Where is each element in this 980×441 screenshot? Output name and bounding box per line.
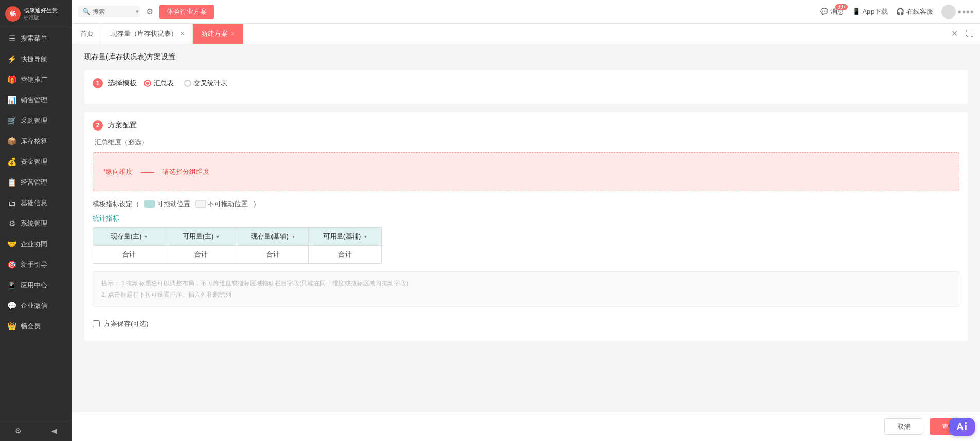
tab-inventory-status-label: 现存量（库存状况表） [111, 29, 177, 39]
sidebar-item-enterprise-wechat[interactable]: 💬 企业微信 [0, 296, 72, 316]
tab-home[interactable]: 首页 [72, 24, 102, 44]
topbar-gear-icon[interactable]: ⚙ [144, 5, 155, 19]
sidebar-item-member[interactable]: 👑 畅会员 [0, 316, 72, 337]
stats-col4-header[interactable]: 可用量(基辅) ▾ [309, 228, 381, 245]
sidebar-item-sales[interactable]: 📊 销售管理 [0, 90, 72, 111]
app-download-icon: 📱 [852, 8, 860, 15]
sidebar-item-finance[interactable]: 💰 资金管理 [0, 152, 72, 172]
user-avatar-area[interactable]: ●●●● [941, 5, 974, 19]
save-row: 方案保存(可选) [93, 315, 959, 333]
tab-new-plan[interactable]: 新建方案 × [193, 24, 243, 44]
step1-badge: 1 [93, 78, 103, 88]
app-download-button[interactable]: 📱 App下载 [852, 7, 887, 16]
stats-col1-label: 现存量(主) [111, 232, 142, 241]
enterprise-wechat-icon: 💬 [7, 301, 16, 310]
stats-col1-chevron-icon: ▾ [144, 234, 147, 240]
app-download-label: App下载 [862, 7, 887, 16]
avatar [941, 5, 956, 19]
topbar-search-chevron-icon[interactable]: ▾ [136, 8, 139, 15]
sidebar-item-label: 经营管理 [21, 178, 47, 187]
tip-line-2: 2. 点击标题栏下拉可设置排序、插入列和删除列 [101, 289, 951, 301]
stats-col2-header[interactable]: 可用量(主) ▾ [165, 228, 237, 245]
sidebar-item-inventory[interactable]: 📦 库存核算 [0, 131, 72, 152]
sidebar-item-label: 快捷导航 [21, 54, 47, 64]
sidebar-item-system[interactable]: ⚙ 系统管理 [0, 213, 72, 234]
step2-section: 2 方案配置 汇总维度（必选） *纵向维度 —— 请选择分组维度 模板指标设定（… [84, 112, 968, 341]
stats-body-row: 合计 合计 合计 合计 [93, 245, 381, 263]
tab-inventory-status[interactable]: 现存量（库存状况表） × [102, 24, 193, 44]
save-label: 方案保存(可选) [104, 319, 149, 328]
summary-dimension-label: 汇总维度（必选） [93, 138, 959, 147]
main-area: 🔍 ▾ ⚙ 体验行业方案 💬 消息 99+ 📱 App下载 🎧 在线客服 ● [72, 0, 980, 441]
step2-header: 2 方案配置 [93, 120, 959, 131]
enterprise-icon: 🤝 [7, 240, 16, 249]
sidebar-collapse-button[interactable]: ◀ [47, 425, 61, 437]
sidebar-item-label: 基础信息 [21, 198, 47, 208]
stats-col4-label: 可用量(基辅) [323, 232, 361, 241]
step1-header: 1 选择模板 汇总表 交叉统计表 [93, 78, 959, 88]
radio-summary[interactable]: 汇总表 [144, 79, 174, 88]
app-logo-icon: 畅 [5, 6, 21, 22]
save-checkbox[interactable] [93, 320, 100, 327]
sidebar: 畅 畅康通好生意 标准版 ☰ 搜索菜单 ⚡ 快捷导航 🎁 营销推广 📊 销售管理… [0, 0, 72, 441]
sidebar-item-operations[interactable]: 📋 经营管理 [0, 172, 72, 193]
tabs-bar: 首页 现存量（库存状况表） × 新建方案 × ✕ ⛶ [72, 24, 980, 44]
industry-plan-button[interactable]: 体验行业方案 [159, 5, 214, 19]
draggable-label: 可拖动位置 [157, 199, 190, 209]
topbar-search-icon: 🔍 [82, 8, 90, 15]
draggable-indicator-tag: 可拖动位置 [144, 199, 190, 209]
app-name: 畅康通好生意 [24, 7, 58, 14]
messages-button[interactable]: 💬 消息 99+ [820, 7, 844, 16]
sidebar-item-label: 库存核算 [21, 137, 47, 146]
expand-panel-button[interactable]: ⛶ [964, 28, 976, 40]
sidebar-item-marketing[interactable]: 🎁 营销推广 [0, 69, 72, 90]
operations-icon: 📋 [7, 178, 16, 187]
radio-cross[interactable]: 交叉统计表 [184, 79, 227, 88]
stats-table: 现存量(主) ▾ 可用量(主) ▾ 现存量(基辅) ▾ 可用量(基辅) [93, 227, 382, 264]
stats-col3-header[interactable]: 现存量(基辅) ▾ [237, 228, 309, 245]
topbar-search-input[interactable] [93, 8, 134, 15]
tab-home-label: 首页 [80, 29, 94, 39]
step2-badge: 2 [93, 120, 103, 131]
sidebar-item-label: 采购管理 [21, 116, 47, 125]
sidebar-item-new-guide[interactable]: 🎯 新手引导 [0, 254, 72, 275]
sidebar-item-search-menu[interactable]: ☰ 搜索菜单 [0, 28, 72, 49]
step2-title: 方案配置 [108, 121, 137, 130]
stats-col2-body: 合计 [165, 246, 237, 263]
topbar-search-box[interactable]: 🔍 ▾ [78, 6, 140, 17]
online-service-icon: 🎧 [896, 8, 904, 15]
cancel-button[interactable]: 取消 [884, 418, 923, 435]
sidebar-item-enterprise[interactable]: 🤝 企业协同 [0, 234, 72, 254]
sidebar-item-quick-nav[interactable]: ⚡ 快捷导航 [0, 49, 72, 69]
sidebar-bottom: ⚙ ◀ [0, 420, 72, 441]
finance-icon: 💰 [7, 157, 16, 167]
sidebar-item-label: 畅会员 [21, 322, 41, 331]
sidebar-item-basic-info[interactable]: 🗂 基础信息 [0, 193, 72, 213]
app-edition: 标准版 [24, 14, 58, 21]
sidebar-settings-button[interactable]: ⚙ [11, 425, 26, 437]
dimension-area[interactable]: *纵向维度 —— 请选择分组维度 [93, 152, 959, 191]
footer-bar: 取消 查询 [72, 412, 980, 441]
step1-section: 1 选择模板 汇总表 交叉统计表 [84, 70, 968, 104]
ai-float-button[interactable]: Ai [949, 418, 975, 436]
indicators-label: 模板指标设定（ [93, 199, 139, 209]
template-radio-group: 汇总表 交叉统计表 [144, 79, 227, 88]
sidebar-logo: 畅 畅康通好生意 标准版 [0, 0, 72, 28]
radio-summary-label: 汇总表 [154, 79, 174, 88]
close-panel-button[interactable]: ✕ [948, 28, 960, 40]
message-icon: 💬 [820, 8, 828, 15]
radio-summary-circle [144, 80, 151, 87]
sidebar-item-label: 系统管理 [21, 219, 47, 228]
system-icon: ⚙ [7, 219, 16, 228]
online-service-button[interactable]: 🎧 在线客服 [896, 7, 933, 16]
tab-inventory-close-icon[interactable]: × [180, 30, 184, 38]
stats-col1-header[interactable]: 现存量(主) ▾ [93, 228, 165, 245]
stats-col4-body: 合计 [309, 246, 381, 263]
sidebar-item-app-center[interactable]: 📱 应用中心 [0, 275, 72, 296]
stats-col1-body: 合计 [93, 246, 165, 263]
sidebar-item-label: 销售管理 [21, 96, 47, 105]
sidebar-item-purchase[interactable]: 🛒 采购管理 [0, 111, 72, 131]
tab-new-plan-close-icon[interactable]: × [231, 30, 234, 38]
member-icon: 👑 [7, 322, 16, 331]
stats-section: 统计指标 现存量(主) ▾ 可用量(主) ▾ 现存量(基辅) [93, 214, 959, 265]
